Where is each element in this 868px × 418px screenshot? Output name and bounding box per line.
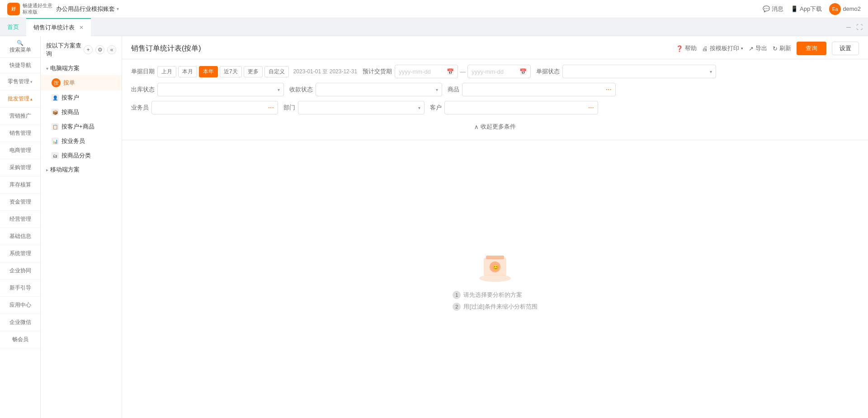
filter-ship-status: 出库状态 ▾ <box>131 83 284 96</box>
user-area[interactable]: Ea demo2 <box>829 3 861 15</box>
ship-status-select[interactable]: ▾ <box>157 83 284 96</box>
logo-area: 好 畅捷通好生意 标准版 <box>7 3 52 15</box>
sidebar-quick[interactable]: 快捷导航 <box>0 58 40 73</box>
scheme-item-by-customer[interactable]: 👤 按客户 <box>41 90 122 105</box>
date-end-placeholder: yyyy-mm-dd <box>472 68 504 75</box>
sidebar-item-member[interactable]: 畅会员 <box>0 331 40 348</box>
date-input-group: yyyy-mm-dd 📅 — yyyy-mm-dd 📅 <box>395 65 531 78</box>
main-layout: 🔍 搜索菜单 快捷导航 零售管理 ▾ 批发管理 ▴ 营销推广 销售管理 电商管理… <box>0 36 868 418</box>
sidebar-item-operation[interactable]: 经营管理 <box>0 211 40 228</box>
message-btn[interactable]: 💬 消息 <box>763 5 783 13</box>
collapse-bar[interactable]: ∧ 收起更多条件 <box>131 119 859 134</box>
scheme-panel-title: 按以下方案查询 <box>46 42 84 58</box>
product-select[interactable]: ··· <box>462 83 616 96</box>
app-title[interactable]: 办公用品行业模拟账套 ▾ <box>56 5 119 13</box>
tip-num-2: 2 <box>453 303 461 311</box>
group-expand-icon: ▾ <box>46 66 48 71</box>
scheme-settings-btn[interactable]: ⚙ <box>95 45 104 54</box>
payment-status-select[interactable]: ▾ <box>316 83 442 96</box>
filter-area: 单据日期 上月 本月 本年 近7天 更多 自定义 2023-01-01 至 20… <box>122 59 868 140</box>
sidebar-item-basic[interactable]: 基础信息 <box>0 228 40 245</box>
customer-more-btn[interactable]: ··· <box>588 104 594 112</box>
sidebar-item-inventory[interactable]: 库存核算 <box>0 176 40 194</box>
filter-expected-date-label: 预计交货期 <box>363 67 392 76</box>
query-btn[interactable]: 查询 <box>797 42 826 55</box>
department-select[interactable]: ▾ <box>298 101 425 114</box>
filter-product: 商品 ··· <box>448 83 616 96</box>
bill-status-select[interactable]: ▾ <box>562 65 716 78</box>
scheme-add-btn[interactable]: + <box>84 45 93 54</box>
scheme-group-pc: ▾ 电脑端方案 按 按单 👤 按客户 📦 按商品 📋 按客户+商品 <box>41 62 122 163</box>
expected-date-start[interactable]: yyyy-mm-dd 📅 <box>395 65 458 78</box>
date-last-month-btn[interactable]: 上月 <box>157 66 176 77</box>
filter-payment-status: 收款状态 ▾ <box>289 83 442 96</box>
help-btn[interactable]: ❓ 帮助 <box>676 44 697 52</box>
tab-home[interactable]: 首页 <box>0 18 26 36</box>
tab-sales-stat[interactable]: 销售订单统计表 ✕ <box>26 18 91 36</box>
filter-department-label: 部门 <box>283 104 295 112</box>
date-more-btn[interactable]: 更多 <box>244 66 263 77</box>
calendar-end-icon: 📅 <box>519 68 527 75</box>
top-bar: 好 畅捷通好生意 标准版 办公用品行业模拟账套 ▾ 💬 消息 📱 App下载 E… <box>0 0 868 18</box>
payment-status-arrow: ▾ <box>436 87 438 92</box>
salesman-select[interactable]: ··· <box>151 101 278 114</box>
sidebar-item-coop[interactable]: 企业协同 <box>0 262 40 280</box>
window-minimize-btn[interactable]: ─ <box>844 24 853 31</box>
date-range-text: 2023-01-01 至 2023-12-31 <box>293 68 357 76</box>
collapse-up-icon: ∧ <box>474 124 479 130</box>
sidebar-item-ecommerce[interactable]: 电商管理 <box>0 142 40 159</box>
salesman-more-btn[interactable]: ··· <box>268 104 274 112</box>
window-maximize-btn[interactable]: ⛶ <box>854 24 864 31</box>
date-this-year-btn[interactable]: 本年 <box>199 66 218 77</box>
refresh-btn[interactable]: ↻ 刷新 <box>773 44 791 52</box>
date-this-month-btn[interactable]: 本月 <box>178 66 197 77</box>
product-more-btn[interactable]: ··· <box>606 86 612 94</box>
tab-close-btn[interactable]: ✕ <box>79 24 84 31</box>
scheme-group-pc-header[interactable]: ▾ 电脑端方案 <box>41 62 122 75</box>
ship-status-arrow: ▾ <box>278 87 280 92</box>
scheme-item-by-salesman[interactable]: 📊 按业务员 <box>41 134 122 148</box>
scheme-item-by-cust-prod[interactable]: 📋 按客户+商品 <box>41 119 122 134</box>
filter-salesman: 业务员 ··· <box>131 101 278 114</box>
main-content: 销售订单统计表(按单) ❓ 帮助 🖨 按模板打印 ▾ ↗ 导出 <box>122 36 868 418</box>
customer-select[interactable]: ··· <box>444 101 598 114</box>
scheme-item-by-category[interactable]: 🗂 按商品分类 <box>41 148 122 163</box>
sidebar-item-wechat[interactable]: 企业微信 <box>0 314 40 331</box>
scheme-item-by-product[interactable]: 📦 按商品 <box>41 105 122 119</box>
sidebar-finance-label: 资金管理 <box>9 199 31 205</box>
sidebar-item-appstore[interactable]: 应用中心 <box>0 297 40 314</box>
export-btn[interactable]: ↗ 导出 <box>749 44 767 52</box>
search-icon: 🔍 <box>4 40 37 46</box>
sidebar-item-finance[interactable]: 资金管理 <box>0 194 40 211</box>
sidebar-search[interactable]: 🔍 搜索菜单 <box>0 36 40 58</box>
template-print-btn[interactable]: 🖨 按模板打印 ▾ <box>702 44 743 52</box>
sidebar-inventory-label: 库存核算 <box>9 181 31 188</box>
sidebar-item-wholesale[interactable]: 批发管理 ▴ <box>0 90 40 108</box>
sidebar-item-retail[interactable]: 零售管理 ▾ <box>0 73 40 90</box>
settings-btn[interactable]: 设置 <box>832 42 859 55</box>
sidebar-item-newbie[interactable]: 新手引导 <box>0 280 40 297</box>
filter-row-1: 单据日期 上月 本月 本年 近7天 更多 自定义 2023-01-01 至 20… <box>131 65 859 78</box>
sidebar-item-system[interactable]: 系统管理 <box>0 245 40 262</box>
svg-rect-2 <box>486 256 504 259</box>
scheme-item-by-order[interactable]: 按 按单 <box>41 75 122 90</box>
filter-department: 部门 ▾ <box>283 101 425 114</box>
sidebar-wechat-label: 企业微信 <box>9 319 31 325</box>
tip-num-1: 1 <box>453 291 461 299</box>
filter-row-2: 出库状态 ▾ 收款状态 ▾ 商品 <box>131 83 859 96</box>
date-custom-btn[interactable]: 自定义 <box>264 66 289 77</box>
sidebar-item-marketing[interactable]: 营销推广 <box>0 108 40 125</box>
calendar-start-icon: 📅 <box>447 68 454 75</box>
app-download-btn[interactable]: 📱 App下载 <box>791 5 822 13</box>
sidebar-newbie-label: 新手引导 <box>9 285 31 291</box>
refresh-icon: ↻ <box>773 45 778 52</box>
empty-state: 😊 1 请先选择要分析的方案 2 用[过滤]条件来缩小分析范围 <box>122 140 868 418</box>
dropdown-icon: ▾ <box>117 6 119 11</box>
expected-date-end[interactable]: yyyy-mm-dd 📅 <box>467 65 531 78</box>
filter-date: 单据日期 上月 本月 本年 近7天 更多 自定义 2023-01-01 至 20… <box>131 66 357 77</box>
scheme-group-mobile-header[interactable]: ▸ 移动端方案 <box>41 163 122 176</box>
sidebar-item-sales[interactable]: 销售管理 <box>0 125 40 142</box>
sidebar-item-purchase[interactable]: 采购管理 <box>0 159 40 176</box>
date-last-7-btn[interactable]: 近7天 <box>220 66 242 77</box>
scheme-collapse-btn[interactable]: « <box>107 45 116 54</box>
